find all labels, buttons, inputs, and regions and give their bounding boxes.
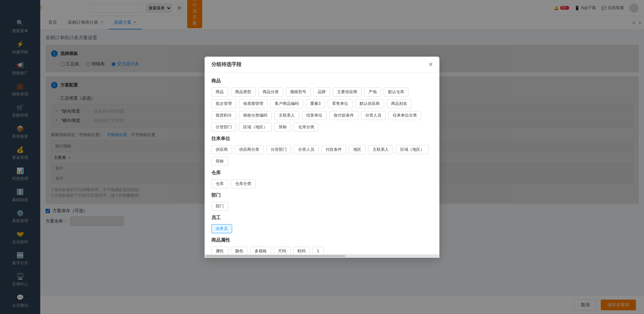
section-title-warehouse: 仓库 bbox=[211, 170, 433, 176]
field-tag-customer-code[interactable]: 客户商品编码 bbox=[270, 99, 303, 108]
field-tag-spec-model[interactable]: 规格型号 bbox=[286, 87, 311, 97]
dept-fields: 部门 bbox=[211, 202, 433, 211]
field-tag-warehouse-category1[interactable]: 仓库分类 bbox=[294, 123, 319, 132]
field-tag-region2[interactable]: 地区 bbox=[349, 145, 366, 154]
field-tag-tax-code[interactable]: 税收分类编码 bbox=[239, 111, 272, 120]
field-tag-warehouse[interactable]: 仓库 bbox=[211, 179, 228, 188]
field-tag-goods-category[interactable]: 商品分类 bbox=[258, 87, 283, 97]
field-tag-person2[interactable]: 分管人员 bbox=[294, 145, 319, 154]
field-tag-short-name2[interactable]: 简称 bbox=[211, 157, 228, 166]
field-tag-retail-unit[interactable]: 零售单位 bbox=[328, 99, 353, 108]
modal-header: 分组待选字段 ✕ bbox=[205, 57, 439, 73]
modal-title: 分组待选字段 bbox=[211, 61, 241, 68]
field-tag-default-warehouse[interactable]: 默认仓库 bbox=[384, 87, 409, 97]
field-tag-attr[interactable]: 属性 bbox=[211, 247, 228, 254]
counterpart-fields: 供应商 供应商分类 分管部门 分管人员 付款条件 地区 主联系人 区域（地区） … bbox=[211, 145, 433, 166]
goods-fields: 商品 商品类型 商品分类 规格型号 品牌 主要供应商 产地 默认仓库 批次管理 … bbox=[211, 87, 433, 132]
field-tag-expiry-manage[interactable]: 保质期管理 bbox=[239, 99, 268, 108]
field-tag-region-area2[interactable]: 区域（地区） bbox=[396, 145, 429, 154]
field-tag-dept2[interactable]: 分管部门 bbox=[266, 145, 291, 154]
field-tag-shoe-size[interactable]: 鞋码 bbox=[293, 247, 310, 254]
field-tag-counterpart-category[interactable]: 往来单位分类 bbox=[388, 111, 421, 120]
modal-overlay: 分组待选字段 ✕ 商品 商品 商品类型 商品分类 规格型号 品牌 主要供应商 产… bbox=[0, 0, 644, 314]
field-tag-goods-alias[interactable]: 商品别名 bbox=[387, 99, 412, 108]
scroll-track bbox=[205, 255, 439, 257]
field-tag-pick-points[interactable]: 拣货积分 bbox=[211, 111, 236, 120]
field-tag-settlement-unit[interactable]: 结算单位 bbox=[302, 111, 327, 120]
field-tag-payment-cond[interactable]: 付款条件 bbox=[321, 145, 346, 154]
goods-attr-fields: 属性 颜色 多规格 尺码 鞋码 1 bbox=[211, 247, 433, 254]
scroll-thumb bbox=[205, 255, 345, 257]
field-tag-size[interactable]: 尺码 bbox=[274, 247, 290, 254]
field-tag-weight3[interactable]: 重量3 bbox=[306, 99, 325, 108]
field-tag-main-supplier[interactable]: 主要供应商 bbox=[333, 87, 362, 97]
field-select-modal: 分组待选字段 ✕ 商品 商品 商品类型 商品分类 规格型号 品牌 主要供应商 产… bbox=[205, 57, 439, 258]
field-tag-responsible-person[interactable]: 分管人员 bbox=[361, 111, 386, 120]
warehouse-fields: 仓库 仓库分类 bbox=[211, 179, 433, 188]
field-tag-origin[interactable]: 产地 bbox=[364, 87, 381, 97]
field-tag-supplier-category[interactable]: 供应商分类 bbox=[235, 145, 264, 154]
field-tag-main-contact1[interactable]: 主联系人 bbox=[274, 111, 299, 120]
section-title-goods: 商品 bbox=[211, 78, 433, 84]
field-tag-supplier[interactable]: 供应商 bbox=[211, 145, 232, 154]
field-tag-warehouse-cat[interactable]: 仓库分类 bbox=[231, 179, 256, 188]
modal-close-button[interactable]: ✕ bbox=[428, 61, 433, 68]
field-tag-salesperson[interactable]: 业务员 bbox=[211, 224, 232, 233]
field-tag-main-contact2[interactable]: 主联系人 bbox=[368, 145, 393, 154]
field-tag-color[interactable]: 颜色 bbox=[231, 247, 248, 254]
section-title-dept: 部门 bbox=[211, 192, 433, 198]
field-tag-short-name1[interactable]: 简称 bbox=[274, 123, 291, 132]
field-tag-brand[interactable]: 品牌 bbox=[313, 87, 330, 97]
section-title-counterpart: 往来单位 bbox=[211, 136, 433, 142]
field-tag-multi-spec[interactable]: 多规格 bbox=[250, 247, 271, 254]
field-tag-num1[interactable]: 1 bbox=[313, 247, 324, 254]
field-tag-region1[interactable]: 区域（地区） bbox=[239, 123, 272, 132]
field-tag-dept1[interactable]: 分管部门 bbox=[211, 123, 236, 132]
field-tag-payment-terms[interactable]: 收付款条件 bbox=[329, 111, 358, 120]
field-tag-goods-type[interactable]: 商品类型 bbox=[231, 87, 256, 97]
field-tag-dept[interactable]: 部门 bbox=[211, 202, 228, 211]
section-title-goods-attr: 商品属性 bbox=[211, 237, 433, 243]
staff-fields: 业务员 bbox=[211, 224, 433, 233]
field-tag-default-supplier[interactable]: 默认供应商 bbox=[355, 99, 384, 108]
field-tag-batch-manage[interactable]: 批次管理 bbox=[211, 99, 236, 108]
modal-horizontal-scrollbar[interactable] bbox=[205, 254, 439, 258]
section-title-staff: 员工 bbox=[211, 215, 433, 221]
field-tag-goods[interactable]: 商品 bbox=[211, 87, 228, 97]
modal-body[interactable]: 商品 商品 商品类型 商品分类 规格型号 品牌 主要供应商 产地 默认仓库 批次… bbox=[205, 73, 439, 254]
